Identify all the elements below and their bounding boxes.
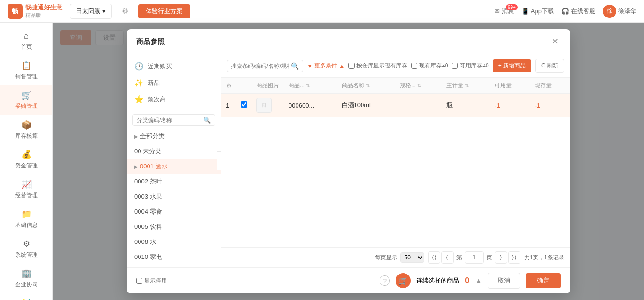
cart-button[interactable]: 🛒: [396, 273, 411, 288]
page-navigation: ⟨⟨ ⟨ 第 页 ⟩ ⟩⟩: [428, 251, 520, 264]
checkbox-existing-input[interactable]: [411, 63, 417, 69]
category-0002-label: 0002 茶叶: [134, 177, 162, 186]
sidebar-label-finance: 资金管理: [15, 162, 38, 170]
row-checkbox[interactable]: [241, 101, 247, 108]
home-icon: ⌂: [24, 31, 29, 41]
prev-page-button[interactable]: ⟨: [441, 251, 454, 264]
per-page-select[interactable]: 50 10 20 100: [400, 252, 424, 263]
user-menu[interactable]: 徐 徐泽华: [603, 5, 636, 18]
category-0001[interactable]: ▶ 0001 酒水: [127, 159, 221, 174]
confirm-button[interactable]: 确定: [526, 273, 561, 288]
filter-label: 更多条件: [314, 62, 337, 70]
sidebar-label-basic: 基础信息: [15, 221, 38, 229]
sidebar-label-business: 经营管理: [15, 192, 38, 200]
left-nav-frequent[interactable]: ⭐ 频次高: [127, 91, 221, 108]
footer-right: ? 🛒 连续选择的商品 0 ▲ 取消 确定: [380, 273, 561, 289]
col-unit[interactable]: 主计量 ⇅: [442, 78, 490, 94]
sidebar-item-sales[interactable]: 📋 销售管理: [0, 56, 52, 85]
product-search-input[interactable]: [231, 63, 289, 69]
cell-image: 图: [252, 94, 284, 117]
filter-button[interactable]: ▼ 更多条件 ▲: [307, 62, 345, 70]
sidebar-item-finance[interactable]: 💰 资金管理: [0, 145, 52, 175]
sidebar-item-business[interactable]: 📈 经营管理: [0, 175, 52, 204]
top-nav: 畅 畅捷通好生意 精品版 日太阳膜 ▾ ⚙ 体验行业方案 ✉ 消息 99+ 📱 …: [0, 0, 644, 23]
trial-button[interactable]: 体验行业方案: [138, 4, 190, 18]
product-thumbnail: 图: [256, 98, 272, 113]
panel-collapse-button[interactable]: 《: [217, 151, 221, 170]
help-button[interactable]: ?: [380, 275, 390, 286]
checkbox-warehouse-stock[interactable]: 按仓库显示现有库存: [348, 62, 407, 70]
app-download-button[interactable]: 📱 App下载: [521, 7, 554, 16]
checkbox-available-input[interactable]: [452, 63, 458, 69]
store-selector[interactable]: 日太阳膜 ▾: [70, 4, 112, 19]
message-icon: ✉: [495, 8, 500, 15]
category-00-label: 00 未分类: [134, 147, 161, 156]
sidebar-item-system[interactable]: ⚙ 系统管理: [0, 234, 52, 264]
cell-stock: -1: [530, 94, 570, 117]
sidebar-item-guide[interactable]: 🔰 新手引导: [0, 293, 52, 300]
messages-button[interactable]: ✉ 消息 99+: [495, 7, 514, 16]
page-info: 共1页，1条记录: [524, 254, 564, 262]
category-search-input[interactable]: [137, 117, 201, 124]
category-0005[interactable]: 0005 饮料: [127, 219, 221, 234]
cell-check[interactable]: [236, 94, 252, 117]
guide-icon: 🔰: [21, 298, 32, 300]
category-all-label: 全部分类: [140, 132, 165, 141]
arrow-icon: ▶: [134, 134, 138, 139]
col-name[interactable]: 商品名称 ⇅: [337, 78, 395, 94]
show-disabled-input[interactable]: [136, 278, 142, 284]
per-page-selector: 每页显示 50 10 20 100: [375, 252, 424, 263]
show-disabled-label: 显示停用: [144, 277, 167, 285]
product-table: ⚙ 商品图片 商品... ⇅ 商品名称: [221, 78, 570, 247]
sidebar: ⌂ 首页 📋 销售管理 🛒 采购管理 📦 库存核算 💰 资金管理 📈 经营管理 …: [0, 23, 53, 300]
first-page-button[interactable]: ⟨⟨: [428, 251, 440, 264]
checkbox-available-stock[interactable]: 可用库存≠0: [452, 62, 488, 70]
sort-unit-icon: ⇅: [465, 83, 469, 88]
category-0004[interactable]: 0004 零食: [127, 204, 221, 219]
checkbox-warehouse-input[interactable]: [348, 63, 355, 69]
last-page-button[interactable]: ⟩⟩: [508, 251, 520, 264]
filter-icon: ▼: [307, 63, 313, 69]
checkbox-existing-stock[interactable]: 现有库存≠0: [411, 62, 448, 70]
avatar: 徐: [603, 5, 616, 18]
finance-icon: 💰: [21, 150, 32, 160]
col-code[interactable]: 商品... ⇅: [284, 78, 337, 94]
sidebar-label-purchase: 采购管理: [15, 102, 38, 110]
filter-up-icon: ▲: [339, 63, 345, 69]
category-0003[interactable]: 0003 水果: [127, 189, 221, 204]
col-settings[interactable]: ⚙: [221, 78, 236, 94]
inventory-icon: 📦: [21, 120, 32, 130]
left-nav-recent[interactable]: 🕐 近期购买: [127, 58, 221, 75]
left-nav-new[interactable]: ✨ 新品: [127, 75, 221, 91]
online-service-button[interactable]: 🎧 在线客服: [561, 7, 595, 16]
col-spec[interactable]: 规格... ⇅: [395, 78, 442, 94]
sidebar-item-enterprise[interactable]: 🏢 企业协同: [0, 264, 52, 293]
modal-left-panel: 《 🕐 近期购买 ✨ 新品 ⭐ 频次高: [127, 54, 221, 267]
show-disabled-checkbox[interactable]: 显示停用: [136, 277, 167, 285]
cancel-button[interactable]: 取消: [488, 273, 520, 289]
category-search-box: 🔍: [132, 114, 215, 126]
left-nav-frequent-label: 频次高: [148, 95, 166, 104]
page-input[interactable]: [465, 251, 484, 264]
table-row[interactable]: 1 图: [221, 94, 570, 117]
category-0008[interactable]: 0008 水: [127, 234, 221, 250]
sidebar-item-basic[interactable]: 📁 基础信息: [0, 204, 52, 234]
logo-icon: 畅: [8, 4, 23, 19]
refresh-button[interactable]: C 刷新: [535, 59, 564, 73]
sidebar-item-purchase[interactable]: 🛒 采购管理: [0, 85, 52, 115]
modal-close-button[interactable]: ✕: [549, 36, 561, 47]
next-page-button[interactable]: ⟩: [495, 251, 507, 264]
sidebar-item-inventory[interactable]: 📦 库存核算: [0, 115, 52, 145]
category-0002[interactable]: 0002 茶叶: [127, 174, 221, 189]
nav-right: ✉ 消息 99+ 📱 App下载 🎧 在线客服 徐 徐泽华: [495, 5, 636, 18]
sidebar-item-home[interactable]: ⌂ 首页: [0, 26, 52, 56]
category-0010[interactable]: 0010 家电: [127, 250, 221, 265]
settings-gear-icon[interactable]: ⚙: [117, 4, 132, 19]
pagination: 每页显示 50 10 20 100 ⟨⟨ ⟨: [221, 247, 570, 267]
collapse-icon[interactable]: ▲: [475, 276, 482, 285]
category-all[interactable]: ▶ 全部分类: [127, 129, 221, 144]
cell-name: 白酒100ml: [337, 94, 395, 117]
cart-count: 0: [465, 276, 469, 285]
new-product-button[interactable]: + 新增商品: [493, 59, 531, 72]
category-00[interactable]: 00 未分类: [127, 144, 221, 159]
